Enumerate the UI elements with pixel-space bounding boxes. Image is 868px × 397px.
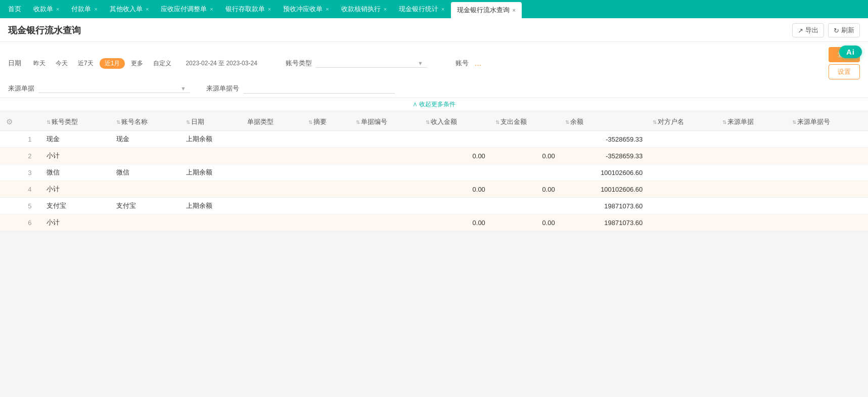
close-icon[interactable]: × xyxy=(513,7,516,13)
account-dots-button[interactable]: ... xyxy=(475,59,481,68)
th-source-doc[interactable]: ⇅来源单据 xyxy=(717,113,787,131)
nav-item-cash-stat[interactable]: 现金银行统计× xyxy=(393,0,450,18)
table-cell xyxy=(717,214,787,231)
nav-item-receipt[interactable]: 收款单× xyxy=(27,0,65,18)
table-cell: 100102606.60 xyxy=(560,164,648,181)
table-cell xyxy=(787,164,868,181)
header-actions: ↗ 导出 ↻ 刷新 xyxy=(792,23,860,37)
table-cell xyxy=(648,148,717,164)
export-button[interactable]: ↗ 导出 xyxy=(792,23,824,37)
table-cell xyxy=(490,131,560,148)
table-cell xyxy=(0,214,18,231)
table-cell xyxy=(648,164,717,181)
table-cell xyxy=(111,148,181,164)
export-icon: ↗ xyxy=(798,27,803,34)
table-cell xyxy=(0,198,18,214)
table-cell xyxy=(787,181,868,198)
th-expense[interactable]: ⇅支出金额 xyxy=(490,113,560,131)
table-cell: 100102606.60 xyxy=(560,181,648,198)
table-row: 1现金现金上期余额-3528659.33 xyxy=(0,131,868,148)
th-account-name[interactable]: ⇅账号名称 xyxy=(111,113,181,131)
close-icon[interactable]: × xyxy=(56,6,59,12)
table-cell: 小计 xyxy=(41,148,111,164)
date-option-昨天[interactable]: 昨天 xyxy=(29,58,50,69)
table-row: 3微信微信上期余额100102606.60 xyxy=(0,164,868,181)
table-cell xyxy=(351,164,421,181)
table-cell xyxy=(648,181,717,198)
date-option-更多[interactable]: 更多 xyxy=(127,58,147,69)
table-cell xyxy=(787,148,868,164)
nav-item-other-income[interactable]: 其他收入单× xyxy=(104,0,155,18)
table-cell: 支付宝 xyxy=(41,198,111,214)
table-cell xyxy=(648,131,717,148)
close-icon[interactable]: × xyxy=(268,6,271,12)
table-cell xyxy=(111,181,181,198)
account-type-filter: 账号类型 ▼ xyxy=(286,59,427,68)
nav-item-verify[interactable]: 收款核销执行× xyxy=(335,0,393,18)
date-options: 昨天今天近7天近1月更多自定义 xyxy=(29,58,175,69)
top-nav: 首页收款单×付款单×其他收入单×应收应付调整单×银行存取款单×预收冲应收单×收款… xyxy=(0,0,868,18)
source-doc-select[interactable]: ▼ xyxy=(38,84,190,93)
settings-button[interactable]: 设置 xyxy=(829,64,860,79)
table-cell: 现金 xyxy=(41,131,111,148)
table-header: ⚙ ⇅账号类型 ⇅账号名称 ⇅日期 单据类型 ⇅摘要 ⇅单据编号 ⇅收入金额 ⇅… xyxy=(0,113,868,131)
table-cell: 1 xyxy=(18,131,41,148)
table-cell: -3528659.33 xyxy=(560,148,648,164)
close-icon[interactable]: × xyxy=(326,6,329,12)
table-cell: 微信 xyxy=(41,164,111,181)
table-cell: 19871073.60 xyxy=(560,214,648,231)
date-option-今天[interactable]: 今天 xyxy=(52,58,72,69)
date-label: 日期 xyxy=(8,59,21,68)
table-cell xyxy=(242,148,303,164)
table-cell: 微信 xyxy=(111,164,181,181)
nav-item-prepayment[interactable]: 预收冲应收单× xyxy=(277,0,335,18)
th-balance[interactable]: ⇅余额 xyxy=(560,113,648,131)
th-doc-no[interactable]: ⇅单据编号 xyxy=(351,113,421,131)
table-cell xyxy=(0,164,18,181)
refresh-button[interactable]: ↻ 刷新 xyxy=(828,23,860,37)
nav-item-cash-flow[interactable]: 现金银行流水查询× xyxy=(451,2,522,18)
chevron-down-icon: ▼ xyxy=(418,60,423,66)
table-cell xyxy=(181,214,242,231)
table-cell xyxy=(0,181,18,198)
date-option-近7天[interactable]: 近7天 xyxy=(74,58,98,69)
table-cell: 5 xyxy=(18,198,41,214)
table-cell: 上期余额 xyxy=(181,198,242,214)
ai-badge[interactable]: Ai xyxy=(839,46,862,58)
table-cell xyxy=(717,164,787,181)
close-icon[interactable]: × xyxy=(384,6,387,12)
th-date[interactable]: ⇅日期 xyxy=(181,113,242,131)
th-income[interactable]: ⇅收入金额 xyxy=(421,113,490,131)
th-counterpart[interactable]: ⇅对方户名 xyxy=(648,113,717,131)
nav-item-bank-deposit[interactable]: 银行存取款单× xyxy=(219,0,277,18)
source-doc-group: 来源单据 ▼ xyxy=(8,84,190,93)
source-doc-no-label: 来源单据号 xyxy=(206,84,239,93)
close-icon[interactable]: × xyxy=(210,6,213,12)
account-type-select[interactable]: ▼ xyxy=(316,59,427,68)
th-account-type[interactable]: ⇅账号类型 xyxy=(41,113,111,131)
close-icon[interactable]: × xyxy=(441,6,444,12)
nav-item-ar-ap-adjust[interactable]: 应收应付调整单× xyxy=(155,0,219,18)
table-cell: 0.00 xyxy=(490,181,560,198)
date-option-近1月[interactable]: 近1月 xyxy=(100,58,125,69)
nav-item-home[interactable]: 首页 xyxy=(2,0,27,18)
account-type-label: 账号类型 xyxy=(286,59,312,68)
source-doc-no-input[interactable] xyxy=(243,83,395,94)
th-no xyxy=(18,113,41,131)
nav-item-payment[interactable]: 付款单× xyxy=(65,0,103,18)
collapse-bar[interactable]: ∧ 收起更多条件 xyxy=(0,98,868,111)
table-cell xyxy=(717,181,787,198)
table-cell xyxy=(351,181,421,198)
close-icon[interactable]: × xyxy=(146,6,149,12)
page-header: 现金银行流水查询 ↗ 导出 ↻ 刷新 xyxy=(0,18,868,42)
page-title: 现金银行流水查询 xyxy=(8,24,81,36)
table-cell xyxy=(787,198,868,214)
table-row: 5支付宝支付宝上期余额19871073.60 xyxy=(0,198,868,214)
table-cell: 19871073.60 xyxy=(560,198,648,214)
date-option-自定义[interactable]: 自定义 xyxy=(149,58,175,69)
gear-icon[interactable]: ⚙ xyxy=(6,117,13,126)
th-summary[interactable]: ⇅摘要 xyxy=(303,113,351,131)
close-icon[interactable]: × xyxy=(94,6,97,12)
th-source-doc-no[interactable]: ⇅来源单据号 xyxy=(787,113,868,131)
th-settings: ⚙ xyxy=(0,113,18,131)
